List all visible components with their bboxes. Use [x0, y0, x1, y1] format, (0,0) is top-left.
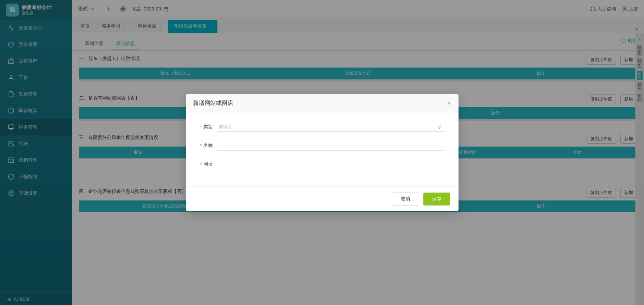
name-input[interactable]: [217, 140, 444, 151]
form-item-name: * 名称: [200, 140, 444, 151]
dialog-body: * 类型 ∨ * 名称 * 网址: [186, 113, 459, 186]
form-item-type: * 类型 ∨: [200, 122, 444, 132]
save-button[interactable]: 保存: [423, 193, 450, 205]
dialog-header: 新增网站或网店 ×: [186, 94, 459, 113]
url-input-wrap: [217, 159, 444, 169]
modal-overlay: 新增网站或网店 × * 类型 ∨ * 名称: [0, 0, 644, 305]
name-input-wrap: [217, 140, 444, 151]
url-label-text: 网址: [203, 161, 213, 167]
type-input[interactable]: [217, 122, 444, 132]
url-required-mark: *: [200, 162, 202, 167]
dialog-add-website: 新增网站或网店 × * 类型 ∨ * 名称: [186, 94, 459, 211]
name-required-mark: *: [200, 143, 202, 148]
url-input[interactable]: [217, 159, 444, 169]
name-label-text: 名称: [203, 142, 213, 149]
type-label-text: 类型: [203, 124, 213, 130]
type-required-mark: *: [200, 124, 202, 130]
dialog-close-button[interactable]: ×: [447, 100, 451, 107]
type-input-wrap: ∨: [217, 122, 444, 132]
form-item-url: * 网址: [200, 159, 444, 169]
dialog-footer: 取消 保存: [186, 186, 459, 211]
dialog-title: 新增网站或网店: [193, 100, 233, 107]
cancel-button[interactable]: 取消: [392, 193, 419, 205]
